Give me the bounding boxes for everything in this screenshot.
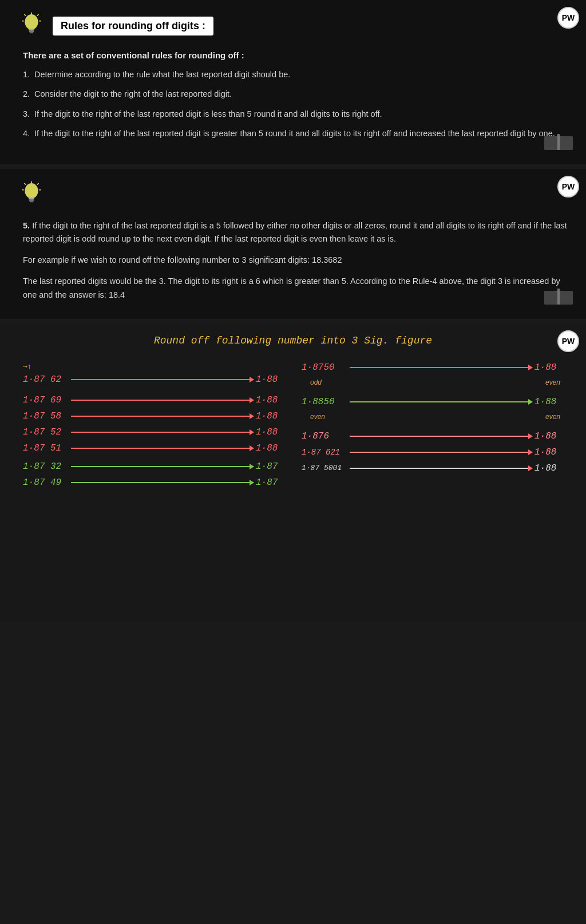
diagram-row-5: 1·87 51 1·88 [23,443,284,453]
rule-1: 1. Determine according to the rule what … [23,68,569,81]
right-arrow-4 [350,452,532,453]
diagram-row-4: 1·87 52 1·88 [23,427,284,437]
right-group-1: 1·8750 1·88 odd even [302,362,563,386]
panel-3: PW Round off following number into 3 Sig… [0,323,586,621]
svg-rect-10 [557,134,560,150]
arrow-6 [71,466,254,467]
panel-1: Rules for rounding off digits : PW There… [0,0,586,164]
intro-text: There are a set of conventional rules fo… [23,50,569,60]
even-label-2: even [310,413,325,421]
svg-rect-2 [29,30,34,32]
pw-badge-2: PW [557,176,579,198]
svg-rect-15 [29,199,34,201]
svg-line-6 [37,14,39,16]
arrow-5 [71,448,254,449]
right-row-3: 1·876 1·88 [302,431,563,441]
svg-line-5 [25,14,26,16]
panel-1-header: Rules for rounding off digits : [17,11,569,40]
diagram-title: Round off following number into 3 Sig. f… [11,335,575,346]
rule-5-text: 5. If the digit to the right of the last… [23,219,569,246]
panel-2-content: 5. If the digit to the right of the last… [17,219,569,302]
svg-rect-11 [544,136,557,150]
arrow-1 [71,379,254,380]
arrow-7 [71,482,254,483]
arrow-2 [71,400,254,401]
svg-rect-12 [560,136,573,150]
even-label-1: even [545,378,560,386]
svg-rect-23 [557,289,560,305]
right-row-1: 1·8750 1·88 [302,362,563,373]
svg-rect-1 [29,29,34,30]
diagram-row-2: 1·87 69 1·88 [23,395,284,405]
rule-3: 3. If the digit to the right of the last… [23,108,569,120]
svg-point-0 [25,14,38,30]
pw-badge-1: PW [557,7,579,29]
right-row-2: 1·8850 1·88 [302,397,563,407]
example-body: The last reported digits would be the 3.… [23,275,569,301]
svg-point-13 [25,183,38,199]
book-icon [541,132,576,154]
bulb-icon [17,11,46,40]
even-label-3: even [545,413,560,421]
diagram-row-1: 1·87 62 1·88 [23,374,284,385]
svg-line-18 [25,183,26,185]
bulb-icon-2 [17,180,46,209]
rules-list: 1. Determine according to the rule what … [23,68,569,140]
svg-rect-25 [560,291,573,305]
diagram-left: →↑ 1·87 62 1·88 1·87 69 1·88 1·87 58 1·8… [23,362,284,493]
pw-badge-3: PW [557,330,579,352]
right-arrow-2 [350,401,532,402]
diagram-content: →↑ 1·87 62 1·88 1·87 69 1·88 1·87 58 1·8… [11,362,575,493]
diagram-row-6: 1·87 32 1·87 [23,461,284,472]
diagram-row-3: 1·87 58 1·88 [23,411,284,421]
right-row-5: 1·87 5001 1·88 [302,463,563,473]
panel-2: PW 5. If the digit to the right of the l… [0,169,586,319]
svg-rect-24 [544,291,557,305]
odd-label: odd [310,378,322,386]
rule-4: 4. If the digit to the right of the last… [23,127,569,140]
panel-1-content: There are a set of conventional rules fo… [17,50,569,140]
svg-rect-16 [30,201,34,203]
example-intro: For example if we wish to round off the … [23,254,569,267]
book-icon-2 [541,286,576,309]
right-arrow-1 [350,367,532,368]
right-arrow-3 [350,436,532,437]
right-arrow-5 [350,468,532,469]
rule-2: 2. Consider the digit to the right of th… [23,88,569,100]
right-group-2: 1·8850 1·88 even even [302,397,563,421]
right-row-4: 1·87 621 1·88 [302,447,563,457]
arrow-4 [71,432,254,433]
diagram-right: 1·8750 1·88 odd even 1·8850 1·88 even [302,362,563,493]
panel-title: Rules for rounding off digits : [53,17,213,35]
svg-rect-14 [29,198,34,199]
svg-line-19 [37,183,39,185]
panel-2-header [17,180,569,209]
svg-rect-3 [30,32,34,34]
diagram-row-7: 1·87 49 1·87 [23,477,284,488]
right-group-3: 1·876 1·88 1·87 621 1·88 1·87 5001 1·88 [302,431,563,473]
arrow-3 [71,416,254,417]
